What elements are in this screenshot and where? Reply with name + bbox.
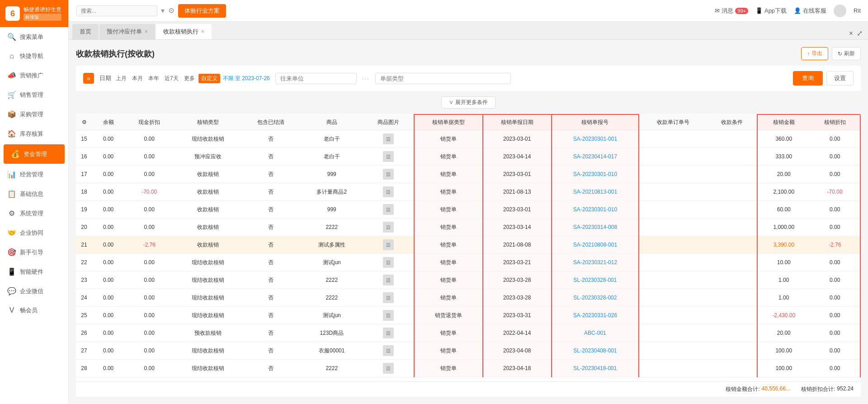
- last-7days-btn[interactable]: 近7天: [163, 74, 180, 83]
- bill-type-input[interactable]: [375, 73, 511, 84]
- settings-icon[interactable]: ⚙: [168, 6, 175, 15]
- th-settings[interactable]: ⚙: [76, 114, 92, 130]
- bill-no-link[interactable]: SL-20230328-002: [573, 295, 617, 301]
- sidebar-item-vip[interactable]: V畅会员: [0, 301, 68, 320]
- query-button[interactable]: 查询: [793, 71, 823, 86]
- topbar: ▾ ⚙ 体验行业方案 ✉ 消息 99+ 📱 App下载 👤 在线客服 Rit: [69, 0, 868, 22]
- cell-verify-amount: -2,430.00: [757, 307, 810, 324]
- cell-product: 老白干: [300, 148, 363, 166]
- cell-verify-bill-no: SA-20230301-010: [552, 166, 639, 183]
- cell-include-settled: 否: [241, 166, 300, 183]
- cell-verify-bill-date: 2023-03-28: [483, 271, 552, 289]
- cell-include-settled: 否: [241, 183, 300, 201]
- refresh-button[interactable]: ↻ 刷新: [832, 47, 861, 60]
- sidebar-item-marketing[interactable]: 📣营销推广: [0, 66, 68, 85]
- counterparty-input[interactable]: [275, 73, 357, 84]
- bill-no-link[interactable]: SL-20230328-001: [573, 277, 617, 283]
- tab-receipt[interactable]: 收款核销执行 ×: [156, 24, 212, 39]
- cell-verify-bill-no: SA-20210808-001: [552, 236, 639, 254]
- sidebar-item-basic-info[interactable]: 📋基础信息: [0, 184, 68, 204]
- tab-prepay[interactable]: 预付冲应付单 ×: [99, 24, 155, 39]
- bill-no-link[interactable]: SA-20230314-008: [573, 224, 617, 230]
- bill-no-link[interactable]: SA-20230321-012: [573, 259, 617, 266]
- online-service-item[interactable]: 👤 在线客服: [794, 7, 826, 15]
- cell-receipt-order-no: [639, 166, 707, 183]
- table-footer: 核销金额合计: 40,556,66... 核销折扣合计: 952.24: [76, 381, 861, 397]
- cell-receipt-condition: [707, 254, 758, 271]
- messages-badge: 99+: [735, 8, 748, 14]
- messages-item[interactable]: ✉ 消息 99+: [715, 7, 748, 15]
- cell-verify-bill-no: SA-20230301-010: [552, 201, 639, 219]
- bill-no-link[interactable]: SA-20230414-017: [573, 153, 617, 160]
- sidebar-item-quick-nav[interactable]: ⌂快捷导航: [0, 47, 68, 66]
- filter-settings-button[interactable]: 设置: [826, 71, 854, 86]
- sidebar-item-smart-hw[interactable]: 📱智能硬件: [0, 262, 68, 281]
- sidebar-item-beginner[interactable]: 🎯新手引导: [0, 242, 68, 262]
- cell-verify-amount: 1,000.00: [757, 219, 810, 236]
- cell-verify-bill-type: 销货单: [414, 289, 483, 307]
- cell-verify-discount: 0.00: [810, 360, 860, 377]
- cell-verify-type: 现结收款核销: [174, 360, 241, 377]
- sidebar-item-search-menu[interactable]: 🔍搜索菜单: [0, 27, 68, 47]
- solution-button[interactable]: 体验行业方案: [178, 4, 226, 18]
- cell-verify-bill-no: SA-20230331-026: [552, 307, 639, 324]
- cell-product-image: 🖼: [363, 342, 414, 360]
- bill-no-link[interactable]: SL-20230408-001: [573, 347, 617, 354]
- cell-verify-bill-no: SL-20230408-001: [552, 342, 639, 360]
- bill-no-link[interactable]: SA-20230301-001: [573, 136, 617, 142]
- topbar-search[interactable]: [76, 5, 157, 16]
- bill-no-link[interactable]: SA-20230331-026: [573, 312, 617, 318]
- cell-receipt-condition: [707, 360, 758, 377]
- dropdown-icon[interactable]: ▾: [161, 6, 165, 15]
- bill-no-link[interactable]: SA-20230301-010: [573, 171, 617, 177]
- window-maximize-btn[interactable]: ⤢: [857, 29, 863, 38]
- sidebar-item-inventory[interactable]: 🏠库存核算: [0, 124, 68, 143]
- sidebar-item-operations[interactable]: 📊经营管理: [0, 165, 68, 184]
- cell-verify-amount: 100.00: [757, 342, 810, 360]
- cell-balance: 0.00: [92, 183, 124, 201]
- cell-include-settled: 否: [241, 254, 300, 271]
- sidebar-item-corp-collab[interactable]: 🤝企业协同: [0, 223, 68, 242]
- this-year-btn[interactable]: 本年: [146, 74, 161, 83]
- cell-product: 衣服00001: [300, 342, 363, 360]
- cell-verify-type: 收款核销: [174, 183, 241, 201]
- cell-verify-discount: 0.00: [810, 307, 860, 324]
- table-row: 27 0.00 0.00 现结收款核销 否 衣服00001 🖼 销货单 2023…: [76, 342, 860, 360]
- bill-no-link[interactable]: SA-20210808-001: [573, 242, 617, 248]
- bill-no-link[interactable]: SA-20210813-001: [573, 189, 617, 195]
- last-month-btn[interactable]: 上月: [114, 74, 128, 83]
- cell-receipt-order-no: [639, 183, 707, 201]
- sidebar-item-sales[interactable]: 🛒销售管理: [0, 85, 68, 105]
- sidebar-item-system[interactable]: ⚙系统管理: [0, 204, 68, 223]
- footer-discount-value: 952.24: [837, 385, 854, 393]
- tab-home[interactable]: 首页: [72, 24, 99, 39]
- finance-icon: 💰: [11, 150, 20, 158]
- table-wrapper[interactable]: ⚙ 余额 现金折扣 核销类型 包含已结清 商品 商品图片 核销单据类型 核销单报…: [76, 114, 861, 381]
- user-avatar[interactable]: [834, 5, 846, 17]
- cell-cash-discount: -2.76: [124, 236, 174, 254]
- this-month-btn[interactable]: 本月: [130, 74, 145, 83]
- cell-verify-bill-date: 2021-08-08: [483, 236, 552, 254]
- tab-receipt-close[interactable]: ×: [201, 29, 204, 35]
- cell-product-image: 🖼: [363, 324, 414, 342]
- custom-date-btn[interactable]: 自定义: [198, 74, 220, 83]
- sidebar-item-purchase[interactable]: 📦采购管理: [0, 105, 68, 124]
- sidebar-item-wechat[interactable]: 💬企业微信: [0, 281, 68, 301]
- bill-no-link[interactable]: SA-20230301-010: [573, 206, 617, 213]
- tab-prepay-close[interactable]: ×: [145, 29, 148, 35]
- export-button[interactable]: ↑ 导出: [801, 47, 828, 60]
- filter-toggle-btn[interactable]: »: [83, 73, 94, 84]
- cell-cash-discount: 0.00: [124, 342, 174, 360]
- window-close-btn[interactable]: ×: [849, 29, 853, 38]
- bill-no-link[interactable]: ABC-001: [584, 330, 606, 336]
- cell-verify-bill-type: 销货单: [414, 254, 483, 271]
- sidebar-item-finance[interactable]: 💰资金管理: [4, 144, 65, 164]
- table-row: 15 0.00 0.00 现结收款核销 否 老白干 🖼 销货单 2023-03-…: [76, 130, 860, 148]
- bill-no-link[interactable]: SL-20230418-001: [573, 365, 617, 371]
- cell-no: 20: [76, 219, 92, 236]
- more-date-btn[interactable]: 更多: [182, 74, 197, 83]
- cell-balance: 0.00: [92, 219, 124, 236]
- expand-more-btn[interactable]: ∨ 展开更多条件: [441, 96, 495, 109]
- app-download-item[interactable]: 📱 App下载: [755, 7, 787, 15]
- export-label: 导出: [811, 50, 822, 57]
